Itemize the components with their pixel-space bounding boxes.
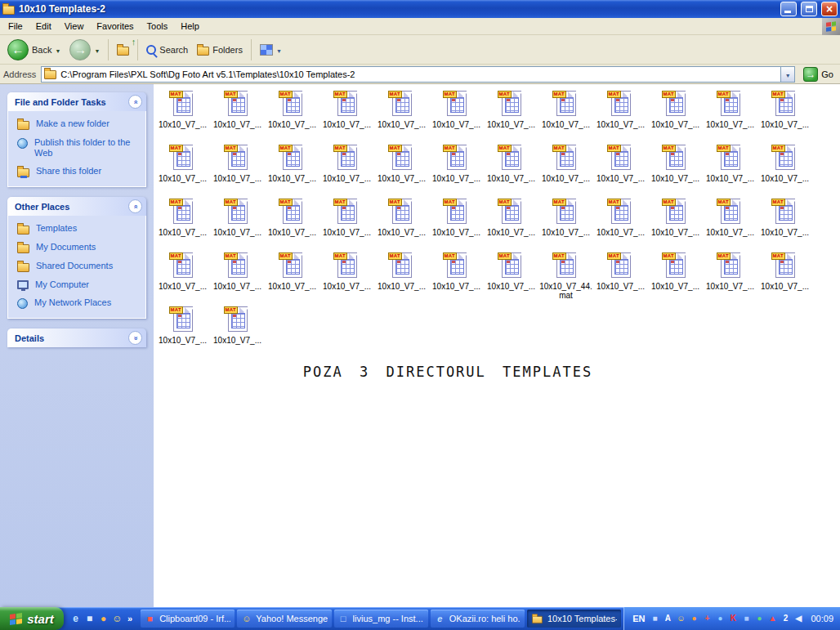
- file-item[interactable]: MAT 10x10_V7_...: [757, 197, 812, 248]
- chat-icon[interactable]: ●: [714, 613, 726, 624]
- panel-header-file-tasks[interactable]: File and Folder Tasks: [7, 92, 146, 111]
- internet-explorer-icon[interactable]: e: [69, 613, 82, 624]
- file-item[interactable]: MAT 10x10_V7_...: [538, 89, 593, 140]
- menu-view[interactable]: View: [58, 19, 91, 34]
- file-item[interactable]: MAT 10x10_V7_...: [703, 89, 757, 140]
- file-item[interactable]: MAT 10x10_V7_...: [538, 197, 593, 248]
- sidebar-item-my-network-places[interactable]: My Network Places: [17, 297, 141, 309]
- file-item[interactable]: MAT 10x10_V7_...: [155, 305, 210, 355]
- file-item[interactable]: MAT 10x10_V7_...: [593, 197, 648, 248]
- file-item[interactable]: MAT 10x10_V7_...: [210, 251, 265, 302]
- file-item[interactable]: MAT 10x10_V7_...: [593, 143, 648, 194]
- sidebar-item-templates[interactable]: Templates: [17, 223, 141, 235]
- file-item[interactable]: MAT 10x10_V7_...: [155, 197, 210, 248]
- health-icon[interactable]: +: [701, 613, 713, 624]
- sidebar-item-shared-documents[interactable]: Shared Documents: [17, 261, 141, 272]
- quick-launch-chevron-icon[interactable]: »: [127, 614, 132, 623]
- menu-help[interactable]: Help: [174, 19, 206, 34]
- file-item[interactable]: MAT 10x10_V7_...: [265, 89, 319, 140]
- volume-icon[interactable]: ◀: [793, 613, 804, 624]
- sidebar-item-my-documents[interactable]: My Documents: [17, 242, 141, 253]
- sidebar-item-my-computer[interactable]: My Computer: [17, 279, 141, 290]
- file-item[interactable]: MAT 10x10_V7_...: [484, 197, 538, 248]
- chevron-up-icon[interactable]: [128, 199, 142, 213]
- file-item[interactable]: MAT 10x10_V7_...: [319, 251, 374, 302]
- forward-dropdown-icon[interactable]: [94, 45, 100, 55]
- back-dropdown-icon[interactable]: [55, 45, 60, 55]
- file-item[interactable]: MAT 10x10_V7_...: [703, 143, 757, 194]
- taskbar-button-current-folder[interactable]: 10x10 Templates-2: [527, 610, 621, 628]
- file-item[interactable]: MAT 10x10_V7_...: [374, 251, 429, 302]
- file-item[interactable]: MAT 10x10_V7_...: [265, 197, 319, 248]
- file-item[interactable]: MAT 10x10_V7_...: [210, 143, 265, 194]
- menu-tools[interactable]: Tools: [141, 19, 175, 34]
- address-dropdown-button[interactable]: [780, 67, 794, 82]
- update-icon[interactable]: ●: [753, 613, 765, 624]
- panel-header-details[interactable]: Details: [7, 328, 146, 347]
- alert-icon[interactable]: ▲: [766, 613, 778, 624]
- file-item[interactable]: MAT 10x10_V7_...: [265, 143, 319, 194]
- sidebar-item-make-new-folder[interactable]: Make a new folder: [17, 118, 141, 130]
- file-item[interactable]: MAT 10x10_V7_44.mat: [538, 251, 593, 302]
- language-a-icon[interactable]: A: [662, 613, 673, 624]
- close-button[interactable]: [821, 2, 838, 16]
- panel-header-other-places[interactable]: Other Places: [7, 197, 146, 216]
- file-item[interactable]: MAT 10x10_V7_...: [319, 197, 374, 248]
- file-item[interactable]: MAT 10x10_V7_...: [374, 89, 429, 140]
- file-item[interactable]: MAT 10x10_V7_...: [757, 89, 812, 140]
- tablet-icon[interactable]: ■: [649, 613, 660, 624]
- file-item[interactable]: MAT 10x10_V7_...: [484, 89, 538, 140]
- language-indicator[interactable]: EN: [632, 614, 645, 623]
- start-button[interactable]: start: [0, 607, 64, 630]
- file-item[interactable]: MAT 10x10_V7_...: [648, 143, 703, 194]
- show-desktop-icon[interactable]: ■: [83, 613, 96, 624]
- file-item[interactable]: MAT 10x10_V7_...: [210, 305, 265, 355]
- sidebar-item-share-folder[interactable]: Share this folder: [17, 166, 141, 177]
- smiley-icon[interactable]: ☺: [675, 613, 686, 624]
- messenger-icon[interactable]: ☺: [111, 613, 123, 624]
- file-item[interactable]: MAT 10x10_V7_...: [155, 89, 210, 140]
- menu-file[interactable]: File: [2, 19, 29, 34]
- forward-button[interactable]: [66, 38, 103, 62]
- file-item[interactable]: MAT 10x10_V7_...: [374, 143, 429, 194]
- file-list-area[interactable]: MAT 10x10_V7_... MAT 10x10_V7_... MAT 10…: [154, 84, 840, 607]
- file-item[interactable]: MAT 10x10_V7_...: [429, 89, 484, 140]
- file-item[interactable]: MAT 10x10_V7_...: [593, 251, 648, 302]
- folders-button[interactable]: Folders: [194, 42, 246, 57]
- file-item[interactable]: MAT 10x10_V7_...: [593, 89, 648, 140]
- views-button[interactable]: [257, 42, 285, 57]
- file-item[interactable]: MAT 10x10_V7_...: [484, 143, 538, 194]
- file-item[interactable]: MAT 10x10_V7_...: [429, 197, 484, 248]
- file-item[interactable]: MAT 10x10_V7_...: [757, 143, 812, 194]
- clock[interactable]: 00:09: [811, 614, 833, 623]
- chevron-down-icon[interactable]: [128, 331, 142, 345]
- menu-edit[interactable]: Edit: [29, 19, 58, 34]
- chevron-up-icon[interactable]: [128, 95, 142, 109]
- taskbar-button-livius-install[interactable]: livius_mg -- Inst...: [334, 610, 428, 628]
- file-item[interactable]: MAT 10x10_V7_...: [429, 143, 484, 194]
- file-item[interactable]: MAT 10x10_V7_...: [374, 197, 429, 248]
- file-item[interactable]: MAT 10x10_V7_...: [703, 251, 757, 302]
- taskbar-button-yahoo-messenger[interactable]: Yahoo! Messenger: [237, 610, 331, 628]
- file-item[interactable]: MAT 10x10_V7_...: [210, 89, 265, 140]
- file-item[interactable]: MAT 10x10_V7_...: [429, 251, 484, 302]
- file-item[interactable]: MAT 10x10_V7_...: [155, 143, 210, 194]
- file-item[interactable]: MAT 10x10_V7_...: [319, 143, 374, 194]
- file-item[interactable]: MAT 10x10_V7_...: [757, 251, 812, 302]
- restore-button[interactable]: [801, 2, 817, 16]
- file-item[interactable]: MAT 10x10_V7_...: [319, 89, 374, 140]
- file-item[interactable]: MAT 10x10_V7_...: [155, 251, 210, 302]
- media-player-icon[interactable]: ●: [97, 613, 109, 624]
- sidebar-item-publish-folder[interactable]: Publish this folder to the Web: [17, 137, 141, 159]
- back-button[interactable]: Back: [4, 38, 64, 62]
- file-item[interactable]: MAT 10x10_V7_...: [484, 251, 538, 302]
- file-item[interactable]: MAT 10x10_V7_...: [538, 143, 593, 194]
- taskbar-button-clipboard09[interactable]: Clipboard09 - Irf...: [141, 610, 235, 628]
- minimize-button[interactable]: [780, 2, 797, 16]
- go-button[interactable]: Go: [800, 67, 837, 82]
- menu-favorites[interactable]: Favorites: [90, 19, 140, 34]
- clock-icon[interactable]: ●: [688, 613, 699, 624]
- display-icon[interactable]: ■: [740, 613, 752, 624]
- up-button[interactable]: ↑: [114, 42, 132, 57]
- file-item[interactable]: MAT 10x10_V7_...: [648, 197, 703, 248]
